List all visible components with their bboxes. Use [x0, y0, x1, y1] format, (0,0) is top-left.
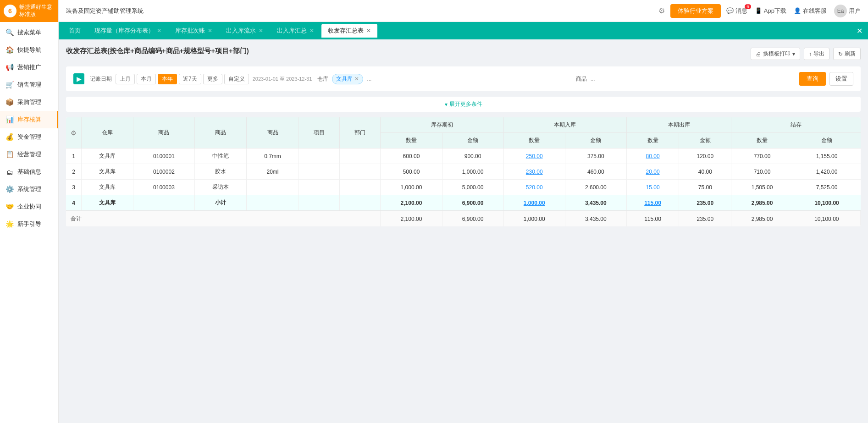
sidebar-item-label: 系统管理: [17, 185, 41, 193]
sidebar-item-enterprise[interactable]: 🤝企业协同: [0, 198, 58, 215]
tab-close-icon[interactable]: ✕: [157, 27, 161, 34]
try-button[interactable]: 体验行业方案: [670, 4, 721, 18]
sidebar-item-label: 采购管理: [17, 98, 41, 106]
row-balance-qty: 2,985.00: [731, 195, 793, 211]
tab-bar-close[interactable]: ✕: [855, 25, 864, 37]
col-in-amt-header: 金额: [565, 133, 626, 148]
date-btn-本月[interactable]: 本月: [137, 74, 156, 84]
row-spec: 0.7mm: [246, 148, 299, 164]
user-menu-btn[interactable]: Ea 用户: [834, 5, 861, 17]
row-out-qty[interactable]: 15.00: [626, 180, 679, 195]
footer-out-qty: 115.00: [626, 211, 679, 226]
sidebar-item-label: 经营管理: [17, 150, 41, 159]
row-out-qty[interactable]: 80.00: [626, 148, 679, 164]
sidebar-item-guide[interactable]: 🌟新手引导: [0, 215, 58, 233]
app-download-btn[interactable]: 📱 App下载: [755, 7, 786, 15]
sidebar-item-quick-nav[interactable]: 🏠快捷导航: [0, 41, 58, 59]
sidebar-item-basic-info[interactable]: 🗂基础信息: [0, 163, 58, 181]
sidebar-item-label: 新手引导: [17, 220, 41, 228]
tab-label: 库存批次账: [175, 27, 205, 35]
row-out-qty[interactable]: 115.00: [626, 195, 679, 211]
tab-inventory-dist[interactable]: 现存量（库存分布表）✕: [88, 24, 168, 38]
date-btn-近7天[interactable]: 近7天: [179, 74, 201, 84]
row-in-qty[interactable]: 250.00: [503, 148, 565, 164]
tab-close-icon[interactable]: ✕: [310, 27, 314, 34]
expand-conditions-btn[interactable]: ▾ 展开更多条件: [445, 100, 482, 108]
table-gear-icon[interactable]: ⚙: [71, 129, 77, 137]
sidebar-item-search[interactable]: 🔍搜索菜单: [0, 24, 58, 41]
export-button[interactable]: ↑ 导出: [804, 48, 829, 60]
row-out-qty[interactable]: 20.00: [626, 164, 679, 180]
row-in-qty[interactable]: 520.00: [503, 180, 565, 195]
sidebar-item-system[interactable]: ⚙️系统管理: [0, 181, 58, 198]
sidebar-item-finance[interactable]: 💰资金管理: [0, 128, 58, 146]
tab-close-icon[interactable]: ✕: [208, 27, 212, 34]
user-avatar: Ea: [834, 5, 847, 17]
row-balance-amt: 1,420.00: [793, 164, 860, 180]
footer-opening-amt: 6,900.00: [442, 211, 503, 226]
sidebar-item-inventory[interactable]: 📊库存核算: [0, 111, 58, 128]
sidebar: 6 畅捷通好生意 标准版 🔍搜索菜单🏠快捷导航📢营销推广🛒销售管理📦采购管理📊库…: [0, 0, 59, 423]
tab-batch-ledger[interactable]: 库存批次账✕: [169, 24, 219, 38]
sidebar-item-operations[interactable]: 📋经营管理: [0, 146, 58, 163]
date-filter-group: 记账日期 上月本月本年近7天更多自定义 2023-01-01 至 2023-12…: [90, 74, 312, 84]
table-settings-header: ⚙: [66, 117, 82, 148]
tab-recv-send-summary[interactable]: 收发存汇总表✕: [321, 24, 377, 38]
row-name: 中性笔: [195, 148, 247, 164]
footer-in-amt: 3,435.00: [565, 211, 626, 226]
tab-label: 首页: [69, 27, 81, 35]
goods-more[interactable]: ...: [591, 76, 595, 82]
tab-in-out-flow[interactable]: 出入库流水✕: [220, 24, 270, 38]
enterprise-icon: 🤝: [6, 203, 14, 211]
row-no: 3: [66, 180, 82, 195]
query-button[interactable]: 查询: [799, 72, 826, 86]
date-btn-本年[interactable]: 本年: [158, 74, 177, 84]
filter-collapse-btn[interactable]: ▶: [73, 73, 84, 84]
tab-home[interactable]: 首页: [62, 24, 87, 38]
message-btn[interactable]: 💬 消息 6: [726, 7, 747, 15]
warehouse-tag-close[interactable]: ✕: [354, 76, 359, 82]
tab-in-out-summary[interactable]: 出入库汇总✕: [271, 24, 321, 38]
online-service-btn[interactable]: 👤 在线客服: [794, 7, 827, 15]
row-code: [133, 195, 194, 211]
tab-close-icon[interactable]: ✕: [366, 27, 371, 34]
sidebar-item-label: 销售管理: [17, 81, 41, 89]
row-in-qty[interactable]: 1,000.00: [503, 195, 565, 211]
top-header: 装备及固定资产辅助管理系统 ⚙ 体验行业方案 💬 消息 6 📱 App下载 👤 …: [59, 0, 868, 22]
sidebar-item-label: 库存核算: [17, 115, 41, 124]
finance-icon: 💰: [6, 133, 14, 141]
refresh-button[interactable]: ↻ 刷新: [833, 48, 861, 60]
settings-icon[interactable]: ⚙: [658, 6, 665, 15]
print-button[interactable]: 🖨 换模板打印 ▾: [751, 48, 800, 60]
row-name: 采访本: [195, 180, 247, 195]
main-content: 装备及固定资产辅助管理系统 ⚙ 体验行业方案 💬 消息 6 📱 App下载 👤 …: [59, 0, 868, 423]
date-btn-自定义[interactable]: 自定义: [224, 74, 249, 84]
sidebar-item-purchase[interactable]: 📦采购管理: [0, 93, 58, 111]
row-in-qty[interactable]: 230.00: [503, 164, 565, 180]
row-name: 胶水: [195, 164, 247, 180]
warehouse-more[interactable]: ...: [367, 76, 371, 82]
date-range: 2023-01-01 至 2023-12-31: [253, 76, 312, 82]
inventory-icon: 📊: [6, 115, 14, 124]
sidebar-item-label: 营销推广: [17, 63, 41, 71]
operations-icon: 📋: [6, 150, 14, 159]
basic-info-icon: 🗂: [6, 168, 14, 176]
row-out-amt: 40.00: [679, 164, 731, 180]
date-btn-更多[interactable]: 更多: [203, 74, 222, 84]
warehouse-tag[interactable]: 文具库 ✕: [332, 74, 363, 84]
row-code: 0100003: [133, 180, 194, 195]
row-dept: [340, 195, 381, 211]
sidebar-item-marketing[interactable]: 📢营销推广: [0, 59, 58, 76]
row-code: 0100002: [133, 164, 194, 180]
row-in-amt: 460.00: [565, 164, 626, 180]
footer-out-amt: 235.00: [679, 211, 731, 226]
data-table: ⚙ 仓库 商品 商品 商品 项目 部门 库存期初 本期入库 本期出库 结存: [66, 117, 861, 226]
date-btn-上月[interactable]: 上月: [116, 74, 135, 84]
table-row: 1 文具库 0100001 中性笔 0.7mm 600.00 900.00 25…: [66, 148, 861, 164]
row-opening-qty: 1,000.00: [381, 180, 442, 195]
print-icon: 🖨: [756, 51, 761, 57]
filter-settings-button[interactable]: 设置: [829, 72, 853, 86]
tab-close-icon[interactable]: ✕: [259, 27, 263, 34]
page-title: 收发存汇总表(按仓库+商品编码+商品+规格型号+项目+部门): [66, 47, 249, 55]
sidebar-item-sales[interactable]: 🛒销售管理: [0, 76, 58, 93]
